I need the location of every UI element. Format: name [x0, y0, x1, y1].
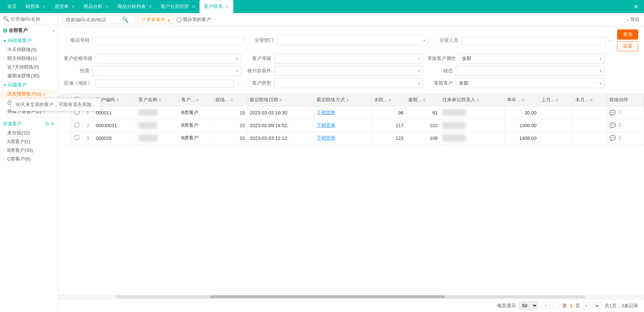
- nav-customer-contact-close[interactable]: ✕: [226, 0, 229, 13]
- sort-arrow-method: ⇅: [346, 98, 349, 102]
- status-select[interactable]: ▾: [456, 66, 605, 76]
- row-action-more-icon[interactable]: ⠿: [618, 135, 621, 141]
- nav-analysis-list[interactable]: 商品分析列表 ✕: [113, 0, 156, 13]
- filter-more-conditions-button[interactable]: ▽ 更多条件 ▲: [138, 15, 174, 24]
- row-last-date: 2023-03-02 10:30:: [247, 106, 314, 119]
- arrow-down-icon: ▼: [3, 39, 7, 43]
- table-last-date-header[interactable]: 最后联络日期 ⇅: [247, 94, 314, 106]
- filter-search-button[interactable]: 🔍: [122, 16, 129, 23]
- nav-analysis-list-close[interactable]: ✕: [149, 0, 152, 13]
- table-last-month-header[interactable]: 上月... ⇅: [539, 94, 573, 106]
- settings-button[interactable]: 设置: [617, 41, 638, 51]
- table-overdue-header[interactable]: 逾期... ⇅: [406, 94, 440, 106]
- region-input[interactable]: [95, 79, 234, 88]
- table-this-month-header[interactable]: 本月... ⇅: [573, 94, 607, 106]
- row-actions: 💬 ⠿: [607, 106, 644, 119]
- sidebar-section-problem-header[interactable]: ▼ 问题客户: [0, 80, 58, 90]
- first-page-button[interactable]: ⊲: [541, 302, 550, 309]
- sidebar-item-class-a[interactable]: A类客户(1): [0, 137, 58, 146]
- query-button[interactable]: 查询: [617, 29, 638, 40]
- filter-row-1: 电话号码 分管部门 ▾ 分管人员 ··· 查询 设置: [64, 29, 638, 51]
- row-checkbox[interactable]: [75, 122, 79, 127]
- sidebar-item-ungrouped[interactable]: 未分组(32): [0, 129, 58, 137]
- nav-home[interactable]: 首页: [3, 0, 21, 13]
- row-checkbox[interactable]: [75, 135, 79, 140]
- nav-analysis[interactable]: 商品分析 ✕: [79, 0, 113, 13]
- row-action-more-icon[interactable]: ⠿: [618, 110, 621, 116]
- manager-input[interactable]: [461, 36, 606, 45]
- row-last-method[interactable]: 下销货单: [314, 106, 372, 119]
- table-not-contacted-header[interactable]: 未联... ⇅: [372, 94, 406, 106]
- sidebar-item-7days[interactable]: 近7天待联络(0): [0, 63, 58, 72]
- prev-page-button[interactable]: ‹: [553, 302, 559, 309]
- table-name-header[interactable]: 客户名称 ⇅: [136, 94, 179, 106]
- scrollbar-track[interactable]: [116, 295, 586, 298]
- row-last-month: [539, 119, 573, 132]
- sort-arrow-unit: ⇅: [476, 98, 479, 102]
- region-dots-icon[interactable]: ···: [237, 80, 241, 86]
- row-action-chat-icon[interactable]: 💬: [609, 135, 616, 141]
- refresh-icon[interactable]: ↻: [45, 121, 49, 127]
- table-contact-header[interactable]: 联络... ⇅: [213, 94, 247, 106]
- sidebar-section-pending-header[interactable]: ▼ 待联络客户: [0, 36, 58, 45]
- nav-sales[interactable]: 销货单 ✕: [21, 0, 50, 13]
- row-last-method[interactable]: 下销货单: [314, 132, 372, 145]
- scrollbar-thumb[interactable]: [210, 295, 445, 298]
- nature-select[interactable]: ▾: [92, 66, 241, 76]
- table-row: 3 000026 张张张张 B类客户 15 2023-02-03 11:12: …: [58, 132, 644, 145]
- collapse-icon[interactable]: «: [52, 28, 55, 33]
- sidebar-item-tomorrow[interactable]: 明天待联络(1): [0, 54, 58, 63]
- nav-purchase[interactable]: 进货单 ✕: [50, 0, 79, 13]
- table-unit-contact-header[interactable]: 往来单位联系人 ⇅: [440, 94, 505, 106]
- last-page-button[interactable]: ⊳: [593, 302, 602, 309]
- window-close[interactable]: ✕: [631, 3, 641, 10]
- filter-field-retail-attr: 零散客户属性 全部 ▾: [427, 53, 605, 64]
- table-this-year-header[interactable]: 本年... ⇅: [505, 94, 539, 106]
- row-this-month: [573, 132, 607, 145]
- customer-grade-chevron-icon: ▾: [418, 57, 420, 61]
- row-not-contacted: 96: [372, 106, 406, 119]
- sidebar-item-overdue[interactable]: 逾期未联络(30): [0, 72, 58, 80]
- edit-icon[interactable]: ✎: [51, 121, 55, 127]
- nav-sales-close[interactable]: ✕: [43, 0, 46, 13]
- sidebar-item-today[interactable]: 今天待联络(0): [0, 45, 58, 54]
- dept-select[interactable]: ▾: [277, 35, 428, 45]
- phone-input[interactable]: [92, 36, 244, 45]
- payment-select[interactable]: ▾: [274, 66, 423, 76]
- row-checkbox-cell[interactable]: [71, 119, 82, 132]
- nav-purchase-close[interactable]: ✕: [72, 0, 75, 13]
- sidebar-price-section-header[interactable]: 价值客户 ↻ ✎: [0, 119, 58, 129]
- row-last-method[interactable]: 下销货单: [314, 119, 372, 132]
- row-this-year: 1408.00: [505, 132, 539, 145]
- nav-customer-tier[interactable]: 客户分层经营 ✕: [156, 0, 200, 13]
- export-icon: ↑: [627, 17, 629, 23]
- my-customers-checkbox-label[interactable]: 我分管的客户: [177, 16, 211, 23]
- price-grade-select[interactable]: ▾: [95, 53, 241, 64]
- per-page-select[interactable]: 50 100 200: [519, 301, 538, 310]
- export-button[interactable]: ↑ 导出: [627, 16, 640, 23]
- sidebar-item-churn-warning[interactable]: 流失预警客户(3) ⚠: [0, 90, 58, 98]
- customer-type-select[interactable]: ▾: [274, 78, 423, 88]
- row-action-chat-icon[interactable]: 💬: [609, 122, 616, 128]
- sidebar-search-input[interactable]: [11, 16, 58, 22]
- row-this-year: 1000.00: [505, 119, 539, 132]
- nav-analysis-close[interactable]: ✕: [105, 0, 109, 13]
- customer-grade-select[interactable]: ▾: [274, 53, 423, 64]
- row-action-more-icon[interactable]: ⠿: [618, 122, 621, 128]
- sort-arrow-contact: ⇅: [230, 98, 233, 102]
- manager-dots-icon[interactable]: ···: [608, 37, 613, 43]
- sidebar-item-class-b[interactable]: B类客户(33): [0, 146, 58, 155]
- row-action-chat-icon[interactable]: 💬: [609, 110, 616, 116]
- nav-customer-tier-close[interactable]: ✕: [192, 0, 195, 13]
- sidebar-item-class-c[interactable]: C类客户(6): [0, 155, 58, 163]
- retail-attr-select[interactable]: 全部 ▾: [459, 53, 605, 64]
- retail-customer-select[interactable]: 全部 ▾: [456, 78, 605, 88]
- my-customers-checkbox[interactable]: [177, 17, 181, 22]
- filter-search-input[interactable]: [66, 17, 120, 23]
- table-last-method-header[interactable]: 最后联络方式 ⇅: [314, 94, 372, 106]
- row-checkbox-cell[interactable]: [71, 132, 82, 145]
- nav-customer-contact[interactable]: 客户联系 ✕: [200, 0, 233, 13]
- table-type-header[interactable]: 客户... ⇅: [179, 94, 213, 106]
- sidebar-all-customers[interactable]: ⊞ 全部客户 «: [0, 25, 58, 36]
- next-page-button[interactable]: ›: [583, 302, 589, 309]
